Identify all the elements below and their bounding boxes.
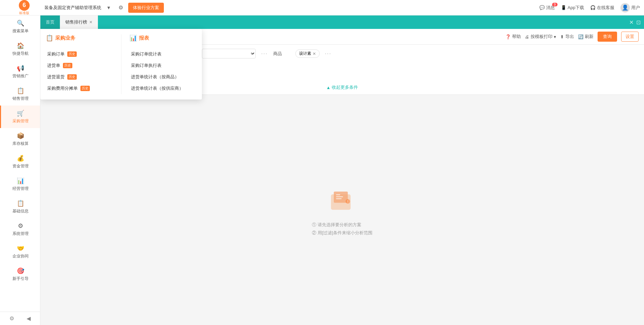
sidebar-label-purchase: 采购管理	[12, 118, 29, 124]
export-label: 导出	[565, 34, 574, 40]
sidebar-item-search[interactable]: 🔍 搜索菜单	[0, 15, 40, 38]
dropdown-item-purchase-order-stats[interactable]: 采购订单统计表	[130, 48, 197, 60]
sidebar-label-basic-info: 基础信息	[12, 208, 29, 214]
dropdown-menu: 📋 采购业务 采购订单 历史 进货单 历史 进货退货 历史	[40, 29, 202, 99]
goods-more[interactable]: ···	[325, 51, 331, 57]
settings-filter-btn[interactable]: 设置	[621, 32, 639, 42]
system-title-area: 装备及固定资产辅助管理系统 ▾ ⚙ 体验行业方案	[44, 3, 539, 13]
operation-icon: 📊	[17, 177, 24, 185]
dropdown-item-purchase-inbound[interactable]: 进货单 历史	[46, 60, 113, 71]
voucher-status-more[interactable]: ···	[261, 51, 267, 57]
sidebar-item-purchase[interactable]: 🛒 采购管理	[0, 106, 40, 128]
hist-tag-3: 历史	[80, 86, 90, 91]
sidebar-item-quick-nav[interactable]: 🏠 快捷导航	[0, 38, 40, 60]
basic-info-icon: 📋	[17, 200, 24, 207]
purchase-order-stats-label: 采购订单统计表	[131, 51, 162, 57]
online-service-label: 在线客服	[597, 5, 614, 11]
sidebar-item-enterprise[interactable]: 🤝 企业协同	[0, 241, 40, 263]
svg-point-5	[346, 199, 350, 203]
dropdown-col2-title: 📊 报表	[130, 34, 197, 44]
tab-home[interactable]: 首页	[40, 15, 60, 29]
sidebar-item-basic-info[interactable]: 📋 基础信息	[0, 196, 40, 218]
message-btn[interactable]: 💬 消息 9	[539, 5, 555, 11]
app-download-btn[interactable]: 📱 App下载	[561, 5, 584, 11]
dropdown-divider	[121, 34, 121, 94]
dropdown-item-inbound-by-goods[interactable]: 进货单统计表（按商品）	[130, 71, 197, 83]
dropdown-col2-title-label: 报表	[139, 35, 149, 41]
inventory-icon: 📦	[17, 132, 24, 139]
goods-label: 商品	[273, 51, 290, 57]
home-icon: 🏠	[17, 42, 24, 49]
report-icon: 📊	[130, 34, 137, 42]
dropdown-col-purchase: 📋 采购业务 采购订单 历史 进货单 历史 进货退货 历史	[46, 34, 113, 94]
user-btn[interactable]: 👤 用户	[620, 3, 640, 12]
sidebar-settings-btn[interactable]: ⚙	[9, 315, 14, 322]
tab-close-all-btn[interactable]: ✕	[629, 19, 634, 26]
collapse-label: 收起更多条件	[332, 84, 358, 90]
sidebar-label-search: 搜索菜单	[12, 28, 29, 34]
main-layout: 🔍 搜索菜单 🏠 快捷导航 📢 营销推广 📋 销售管理 🛒 采购管理 📦 库存核…	[0, 15, 644, 325]
query-btn[interactable]: 查询	[598, 32, 617, 42]
dropdown-item-inbound-by-supplier[interactable]: 进货单统计表（按供应商）	[130, 83, 197, 94]
purchase-business-icon: 📋	[46, 34, 53, 42]
hist-tag-2: 历史	[67, 74, 77, 80]
marketing-icon: 📢	[17, 65, 24, 72]
sidebar-item-marketing[interactable]: 📢 营销推广	[0, 60, 40, 83]
tab-sales-ranking[interactable]: 销售排行榜 ✕	[60, 15, 98, 29]
purchase-return-label: 进货退货	[47, 74, 65, 80]
content-area: 首页 销售排行榜 ✕ 📋 采购业务 采购订单 历史	[40, 15, 644, 325]
refresh-btn[interactable]: 🔄 刷新	[578, 34, 594, 40]
voucher-status-select-wrapper	[202, 49, 256, 58]
print-btn[interactable]: 🖨 按模板打印 ▾	[525, 34, 556, 40]
empty-step-2: 用[过滤]条件来缩小分析范围	[312, 229, 372, 237]
settings-btn[interactable]: ⚙	[116, 3, 126, 12]
title-dropdown-btn[interactable]: ▾	[104, 3, 113, 12]
sidebar-item-system[interactable]: ⚙ 系统管理	[0, 218, 40, 241]
tab-close-btn[interactable]: ✕	[89, 20, 93, 25]
message-badge: 9	[552, 3, 558, 6]
sidebar-label-system: 系统管理	[12, 231, 29, 237]
dropdown-col-report: 📊 报表 采购订单统计表 采购订单执行表 进货单统计表（按商品） 进货单统计表（…	[130, 34, 197, 94]
voucher-status-select[interactable]	[202, 49, 256, 58]
sidebar-item-inventory[interactable]: 📦 库存核算	[0, 128, 40, 151]
sidebar-label-finance: 资金管理	[12, 163, 29, 169]
refresh-icon: 🔄	[578, 34, 583, 39]
help-icon: ❓	[505, 34, 511, 39]
inbound-by-supplier-label: 进货单统计表（按供应商）	[131, 85, 183, 91]
purchase-inbound-label: 进货单	[47, 63, 60, 69]
app-download-label: App下载	[568, 5, 584, 11]
system-title: 装备及固定资产辅助管理系统	[44, 5, 101, 11]
hist-tag-1: 历史	[63, 63, 72, 68]
dropdown-item-purchase-return[interactable]: 进货退货 历史	[46, 71, 113, 83]
inbound-by-goods-label: 进货单统计表（按商品）	[131, 74, 179, 80]
sidebar-item-guide[interactable]: 🎯 新手引导	[0, 263, 40, 286]
sidebar-label-inventory: 库存核算	[12, 141, 29, 147]
sidebar-item-operation[interactable]: 📊 经营管理	[0, 173, 40, 196]
logo-subtitle: 标准版	[19, 11, 29, 15]
sidebar-label-guide: 新手引导	[12, 276, 29, 282]
export-btn[interactable]: ⬆ 导出	[560, 34, 574, 40]
empty-state: ! 请先选择要分析的方案 用[过滤]条件来缩小分析范围	[40, 95, 644, 325]
dropdown-item-purchase-expense[interactable]: 采购费用分摊单 历史	[46, 83, 113, 94]
help-btn[interactable]: ❓ 帮助	[505, 34, 521, 40]
dropdown-item-purchase-order[interactable]: 采购订单 历史	[46, 48, 113, 60]
sidebar-item-sales[interactable]: 📋 销售管理	[0, 83, 40, 106]
industry-btn[interactable]: 体验行业方案	[128, 3, 164, 13]
svg-text:!: !	[347, 200, 348, 203]
purchase-expense-label: 采购费用分摊单	[47, 85, 78, 91]
sidebar-item-finance[interactable]: 💰 资金管理	[0, 151, 40, 173]
tab-maximize-btn[interactable]: ⊡	[636, 19, 641, 26]
sidebar-collapse-btn[interactable]: ◀	[27, 315, 31, 322]
guide-icon: 🎯	[17, 267, 24, 275]
print-label: 按模板打印	[531, 34, 552, 40]
header-right: 💬 消息 9 📱 App下载 🎧 在线客服 👤 用户	[539, 3, 640, 12]
sidebar-label-sales: 销售管理	[12, 96, 29, 101]
top-header: 6 标准版 装备及固定资产辅助管理系统 ▾ ⚙ 体验行业方案 💬 消息 9 📱 …	[0, 0, 644, 15]
online-service-btn[interactable]: 🎧 在线客服	[590, 5, 614, 11]
dropdown-item-purchase-order-exec[interactable]: 采购订单执行表	[130, 60, 197, 71]
svg-rect-3	[336, 196, 343, 197]
hist-tag-0: 历史	[67, 51, 77, 57]
purchase-order-exec-label: 采购订单执行表	[131, 63, 162, 69]
tab-home-label: 首页	[46, 19, 55, 25]
goods-tag-close[interactable]: ✕	[313, 51, 316, 56]
